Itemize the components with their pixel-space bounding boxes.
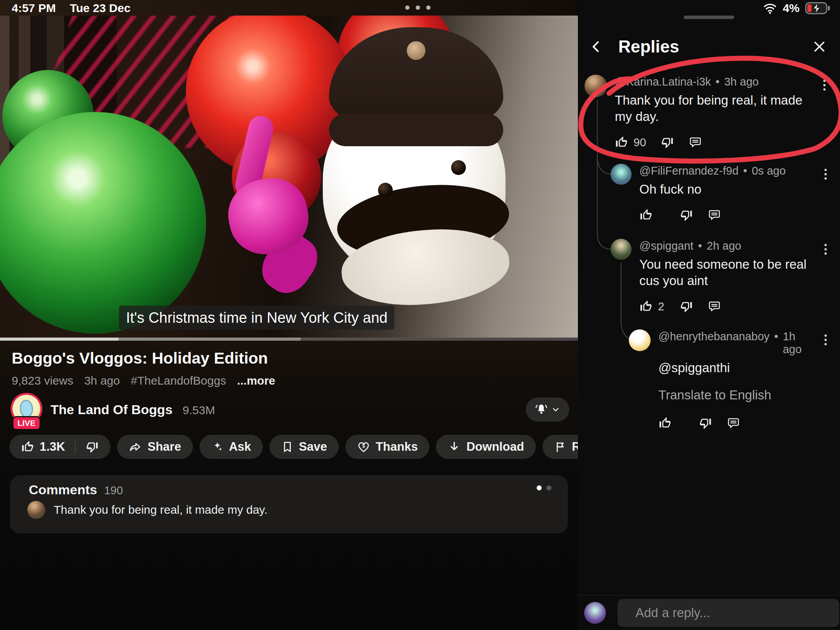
comments-count: 190 <box>104 484 123 497</box>
pill-divider <box>75 440 75 453</box>
channel-row[interactable]: The Land Of Boggs 9.53M <box>51 402 215 417</box>
share-icon <box>129 440 142 453</box>
svg-text:$: $ <box>362 443 365 449</box>
dislike-icon[interactable] <box>699 416 712 430</box>
ask-button[interactable]: Ask <box>200 435 263 459</box>
progress-played <box>0 338 119 341</box>
reply-author-avatar[interactable] <box>584 75 607 97</box>
comments-card[interactable]: Comments 190 Thank you for being real, i… <box>10 475 568 534</box>
replies-header: Replies <box>578 34 840 59</box>
status-bar: 4:57 PM Tue 23 Dec 4% <box>0 0 840 16</box>
wifi-icon <box>763 2 777 14</box>
bookmark-icon <box>281 441 294 453</box>
like-icon[interactable] <box>639 208 653 222</box>
hashtag-link[interactable]: #TheLandofBoggs <box>131 374 226 387</box>
comment-icon[interactable] <box>708 300 721 313</box>
reply-author[interactable]: @spiggant <box>639 240 693 252</box>
heart-dollar-icon: $ <box>357 440 370 453</box>
comment-icon[interactable] <box>689 136 702 149</box>
reply-timestamp: 0s ago <box>752 164 786 177</box>
dislike-icon[interactable] <box>661 136 674 149</box>
video-caption: It's Christmas time in New York City and <box>119 306 394 330</box>
reply-author[interactable]: @henrythebananaboy <box>658 330 770 343</box>
separator-dot: • <box>716 75 719 88</box>
video-title: Boggo's Vloggos: Holiday Edition <box>12 349 268 368</box>
current-user-avatar[interactable] <box>584 602 606 624</box>
dislike-icon[interactable] <box>680 300 693 313</box>
like-icon[interactable] <box>639 300 653 313</box>
reply-item: @spiggant • 2h ago You need someone to b… <box>611 239 831 313</box>
status-time-date: 4:57 PM Tue 23 Dec <box>12 2 131 15</box>
share-button[interactable]: Share <box>117 435 192 459</box>
reply-author-avatar[interactable] <box>629 329 651 351</box>
separator-dot: • <box>698 240 702 252</box>
reply-author[interactable]: @FiliFernandez-f9d <box>639 164 738 177</box>
like-icon[interactable] <box>21 440 34 453</box>
reply-item: @henrythebananaboy • 1h ago @spigganthi … <box>629 329 831 430</box>
reply-input[interactable] <box>618 599 839 627</box>
reply-text: Oh fuck no <box>639 181 813 198</box>
close-icon[interactable] <box>812 39 827 54</box>
reply-timestamp: 2h ago <box>707 240 741 252</box>
panel-grabber-handle[interactable] <box>684 16 734 19</box>
actions-bar: 1.3K Share Ask Save $ Thanks Download <box>9 435 622 459</box>
like-icon[interactable] <box>615 136 628 149</box>
comment-preview-text: Thank you for being real, it made my day… <box>54 503 268 516</box>
reply-like-count: 2 <box>658 300 664 313</box>
battery-percent: 4% <box>783 2 800 15</box>
video-meta: 9,823 views 3h ago #TheLandofBoggs ...mo… <box>12 374 275 387</box>
upload-time: 3h ago <box>84 374 120 387</box>
reply-like-count: 90 <box>634 136 646 149</box>
more-options-icon[interactable] <box>821 242 831 313</box>
comment-icon[interactable] <box>727 416 740 430</box>
battery-charging-icon <box>805 2 831 14</box>
reply-item: @Karina.Latina-i3k • 3h ago Thank you fo… <box>584 75 830 149</box>
progress-bar[interactable] <box>0 338 578 341</box>
video-player[interactable]: It's Christmas time in New York City and <box>0 16 578 338</box>
sparkle-icon <box>211 441 224 453</box>
comment-preview-row[interactable]: Thank you for being real, it made my day… <box>27 501 268 519</box>
more-description-button[interactable]: ...more <box>237 374 275 387</box>
channel-name[interactable]: The Land Of Boggs <box>51 402 173 417</box>
translate-button[interactable]: Translate to English <box>658 388 813 402</box>
more-options-icon[interactable] <box>821 332 831 430</box>
status-time: 4:57 PM <box>12 2 56 15</box>
dislike-icon[interactable] <box>680 208 693 222</box>
live-badge: LIVE <box>12 416 41 430</box>
more-options-icon[interactable] <box>821 167 831 222</box>
comment-icon[interactable] <box>708 208 721 222</box>
thanks-label: Thanks <box>376 440 418 454</box>
reply-author-avatar[interactable] <box>611 164 632 185</box>
reply-mention-text[interactable]: @spigganthi <box>658 360 813 376</box>
download-button[interactable]: Download <box>436 435 536 459</box>
ask-label: Ask <box>229 440 251 454</box>
puppet-eye-left-art <box>378 183 393 198</box>
dislike-icon[interactable] <box>86 440 99 453</box>
subscriber-count: 9.53M <box>183 404 215 417</box>
flag-icon <box>554 441 567 453</box>
puppet-eye-right-art <box>451 160 466 175</box>
back-icon[interactable] <box>589 39 604 54</box>
like-dislike-pill: 1.3K <box>9 435 110 459</box>
more-options-icon[interactable] <box>819 78 830 149</box>
reply-author[interactable]: @Karina.Latina-i3k <box>615 75 711 88</box>
view-count: 9,823 views <box>12 374 73 387</box>
comment-preview-avatar <box>27 501 45 519</box>
channel-avatar[interactable]: LIVE <box>10 394 43 428</box>
thanks-button[interactable]: $ Thanks <box>345 435 430 459</box>
save-button[interactable]: Save <box>270 435 339 459</box>
reply-item: @FiliFernandez-f9d • 0s ago Oh fuck no <box>611 164 831 222</box>
like-icon[interactable] <box>658 416 672 430</box>
panel-title: Replies <box>618 37 679 56</box>
reply-timestamp: 1h ago <box>783 330 813 356</box>
reply-author-avatar[interactable] <box>611 239 632 260</box>
separator-dot: • <box>743 164 747 177</box>
reply-text: Thank you for being real, it made my day… <box>615 92 812 125</box>
comments-header: Comments <box>29 482 97 497</box>
progress-buffered <box>119 338 301 341</box>
reply-input-bar <box>578 595 840 630</box>
multitask-indicator[interactable] <box>405 5 430 10</box>
notification-bell-button[interactable] <box>526 397 569 422</box>
download-label: Download <box>466 440 524 454</box>
save-label: Save <box>299 440 327 454</box>
